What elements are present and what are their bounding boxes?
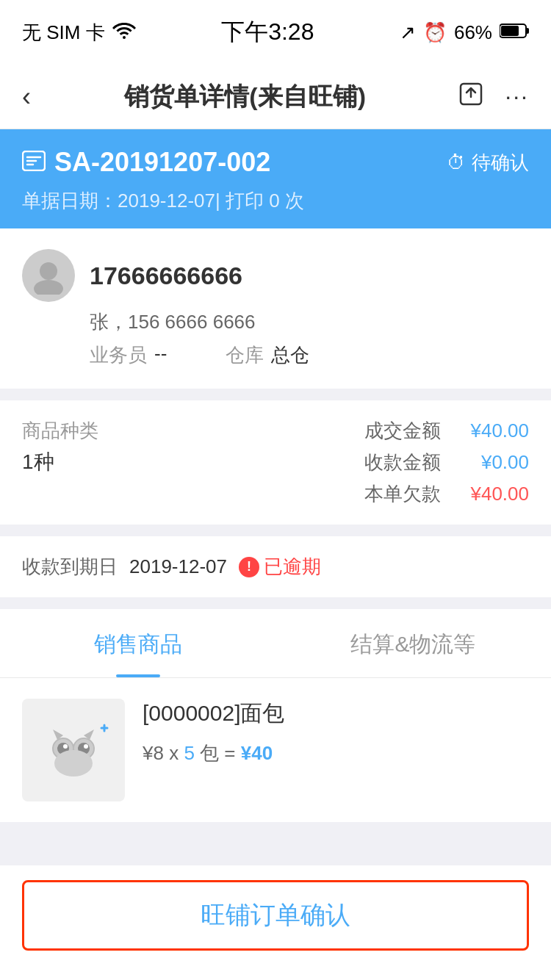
- product-info: [0000002]面包 ¥8 x 5 包 = ¥40: [143, 699, 529, 766]
- customer-meta: 业务员 -- 仓库 总仓: [90, 342, 529, 368]
- status-text: 待确认: [472, 150, 529, 176]
- product-type-label: 商品种类: [22, 418, 98, 444]
- print-info: | 打印 0 次: [215, 190, 304, 212]
- transaction-label: 成交金额: [364, 418, 441, 444]
- nav-right-actions: ···: [459, 82, 529, 112]
- svg-rect-1: [526, 28, 529, 34]
- stats-left: 商品种类 1种: [22, 418, 98, 476]
- page-title: 销货单详情(来自旺铺): [124, 80, 366, 114]
- unit-price: ¥8: [143, 742, 164, 764]
- nav-bar: ‹ 销货单详情(来自旺铺) ···: [0, 65, 551, 129]
- staff-value: --: [154, 342, 167, 368]
- product-price: ¥8 x 5 包 = ¥40: [143, 741, 529, 766]
- svg-point-11: [63, 744, 68, 749]
- alarm-icon: ⏰: [423, 21, 447, 44]
- avatar: [22, 249, 75, 302]
- order-icon: [22, 147, 46, 178]
- more-button[interactable]: ···: [505, 83, 529, 110]
- customer-name-info: 张，156 6666 6666: [90, 309, 529, 335]
- product-item: [0000002]面包 ¥8 x 5 包 = ¥40: [22, 699, 529, 801]
- battery-level: 66%: [454, 21, 492, 44]
- tab-sales-products[interactable]: 销售商品: [0, 609, 276, 677]
- status-bar-time: 下午3:28: [221, 16, 314, 48]
- status-bar: 无 SIM 卡 下午3:28 ↗ ⏰ 66%: [0, 0, 551, 65]
- svg-point-13: [54, 750, 93, 777]
- status-bar-right: ↗ ⏰ 66%: [400, 21, 529, 44]
- product-name: [0000002]面包: [143, 699, 529, 729]
- order-date: 单据日期：2019-12-07| 打印 0 次: [22, 188, 529, 214]
- tabs-row: 销售商品 结算&物流等: [0, 609, 551, 678]
- location-icon: ↗: [400, 21, 416, 44]
- confirm-button-wrap: 旺铺订单确认: [0, 865, 551, 980]
- staff-meta: 业务员 --: [90, 342, 167, 368]
- order-banner: SA-20191207-002 ⏱ 待确认 单据日期：2019-12-07| 打…: [0, 129, 551, 228]
- product-section: [0000002]面包 ¥8 x 5 包 = ¥40: [0, 678, 551, 822]
- wifi-icon: [112, 21, 136, 44]
- customer-section: 17666666666 张，156 6666 6666 业务员 -- 仓库 总仓: [0, 228, 551, 389]
- due-label: 收款到期日: [22, 554, 118, 580]
- stats-section: 商品种类 1种 成交金额 ¥40.00 收款金额 ¥0.00 本单欠款 ¥40.…: [0, 400, 551, 525]
- confirm-order-button[interactable]: 旺铺订单确认: [22, 880, 529, 951]
- product-name-text: 面包: [240, 701, 284, 725]
- order-status: ⏱ 待确认: [447, 150, 529, 176]
- product-image: [22, 699, 125, 801]
- product-total: ¥40: [241, 742, 273, 764]
- status-bar-left: 无 SIM 卡: [22, 20, 136, 46]
- order-number: SA-20191207-002: [54, 147, 270, 178]
- tab-sales-label: 销售商品: [94, 632, 182, 656]
- svg-point-6: [34, 280, 63, 295]
- back-button[interactable]: ‹: [22, 82, 31, 112]
- svg-point-12: [84, 744, 88, 749]
- warehouse-value: 总仓: [271, 342, 309, 368]
- customer-phone: 17666666666: [90, 262, 242, 290]
- owed-value: ¥40.00: [455, 483, 529, 505]
- tabs-section: 销售商品 结算&物流等: [0, 609, 551, 822]
- order-id: SA-20191207-002: [22, 147, 270, 178]
- equals-sign: =: [224, 742, 240, 764]
- product-code: [0000002]: [143, 701, 240, 725]
- warehouse-label: 仓库: [226, 342, 264, 368]
- received-value: ¥0.00: [455, 451, 529, 474]
- sim-indicator: 无 SIM 卡: [22, 20, 105, 46]
- share-button[interactable]: [459, 82, 483, 112]
- multiply-sign: x: [169, 742, 184, 764]
- due-date-value: 2019-12-07: [129, 555, 227, 578]
- due-date-section: 收款到期日 2019-12-07 ! 已逾期: [0, 536, 551, 597]
- received-label: 收款金额: [364, 450, 441, 475]
- tab-settlement[interactable]: 结算&物流等: [276, 609, 551, 677]
- overdue-text: 已逾期: [264, 554, 321, 580]
- received-line: 收款金额 ¥0.00: [364, 450, 529, 475]
- owed-line: 本单欠款 ¥40.00: [364, 481, 529, 507]
- transaction-value: ¥40.00: [455, 419, 529, 442]
- svg-rect-2: [501, 26, 519, 36]
- owed-label: 本单欠款: [364, 481, 441, 507]
- product-type-value: 1种: [22, 448, 98, 476]
- transaction-line: 成交金额 ¥40.00: [364, 418, 529, 444]
- tab-settlement-label: 结算&物流等: [350, 632, 475, 656]
- product-qty: 5: [184, 742, 194, 764]
- date-label: 单据日期：: [22, 190, 118, 212]
- battery-icon: [500, 21, 529, 44]
- date-value: 2019-12-07: [118, 190, 215, 212]
- overdue-icon: !: [239, 557, 259, 577]
- clock-icon: ⏱: [447, 151, 466, 174]
- svg-point-5: [40, 262, 57, 280]
- overdue-badge: ! 已逾期: [239, 554, 321, 580]
- warehouse-meta: 仓库 总仓: [226, 342, 309, 368]
- product-unit: 包: [200, 742, 219, 764]
- staff-label: 业务员: [90, 342, 147, 368]
- stats-right: 成交金额 ¥40.00 收款金额 ¥0.00 本单欠款 ¥40.00: [364, 418, 529, 507]
